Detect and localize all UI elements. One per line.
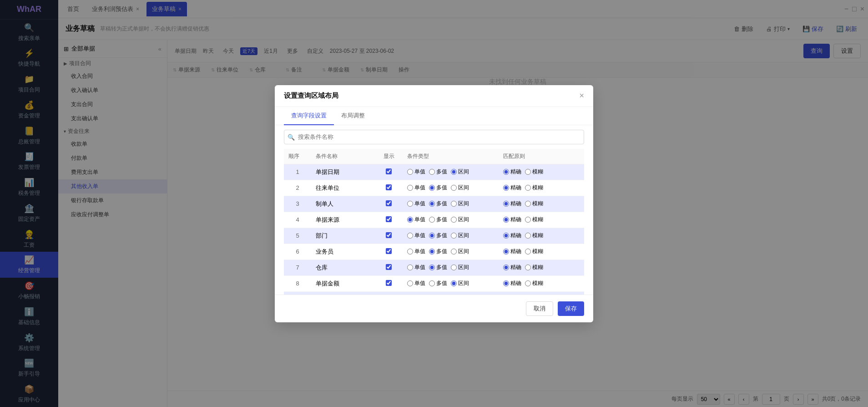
modal-save-button[interactable]: 保存 [558,301,584,316]
type-radio-item[interactable]: 单值 [407,280,425,287]
type-radio[interactable] [407,185,413,191]
type-radio-item[interactable]: 区间 [451,184,469,192]
type-radio-item[interactable]: 多值 [429,184,447,192]
row-display[interactable] [375,212,403,228]
display-checkbox[interactable] [386,216,392,222]
match-radio[interactable] [503,217,509,223]
match-radio-item[interactable]: 模糊 [525,216,543,224]
match-radio-item[interactable]: 精确 [503,216,521,224]
type-radio-item[interactable]: 区间 [451,216,469,224]
type-radio[interactable] [451,217,457,223]
type-radio-item[interactable]: 单值 [407,232,425,239]
modal-close-button[interactable]: × [579,92,584,100]
row-display[interactable] [375,244,403,259]
match-radio[interactable] [525,217,531,223]
display-checkbox[interactable] [386,264,392,270]
type-radio[interactable] [451,169,457,175]
type-radio-item[interactable]: 多值 [429,280,447,287]
match-radio[interactable] [525,233,531,239]
type-radio[interactable] [407,201,413,207]
match-radio-item[interactable]: 精确 [503,232,521,239]
match-radio-item[interactable]: 精确 [503,168,521,176]
type-radio[interactable] [407,233,413,239]
type-radio-item[interactable]: 单值 [407,168,425,176]
match-radio[interactable] [503,185,509,191]
match-radio[interactable] [503,169,509,175]
type-radio-item[interactable]: 区间 [451,280,469,287]
match-radio[interactable] [525,169,531,175]
type-radio-item[interactable]: 单值 [407,200,425,208]
modal-tab-layout-adjust[interactable]: 布局调整 [334,107,372,125]
match-radio[interactable] [503,201,509,207]
match-radio-item[interactable]: 模糊 [525,200,543,208]
match-radio-item[interactable]: 模糊 [525,264,543,271]
type-radio-item[interactable]: 单值 [407,184,425,192]
match-radio[interactable] [503,265,509,270]
match-radio-item[interactable]: 精确 [503,280,521,287]
type-radio-item[interactable]: 单值 [407,216,425,224]
match-radio[interactable] [503,249,509,254]
match-radio[interactable] [525,201,531,207]
type-radio-item[interactable]: 多值 [429,264,447,271]
type-radio-item[interactable]: 区间 [451,264,469,271]
display-checkbox[interactable] [386,248,392,254]
type-radio[interactable] [451,265,457,270]
type-radio[interactable] [451,185,457,191]
type-radio-item[interactable]: 多值 [429,248,447,255]
row-display[interactable] [375,196,403,212]
match-radio-item[interactable]: 模糊 [525,168,543,176]
type-radio-item[interactable]: 单值 [407,264,425,271]
type-radio[interactable] [451,249,457,254]
match-radio[interactable] [525,265,531,270]
display-checkbox[interactable] [386,184,392,190]
type-radio-item[interactable]: 多值 [429,232,447,239]
display-checkbox[interactable] [386,200,392,206]
type-radio[interactable] [451,233,457,239]
match-radio-item[interactable]: 精确 [503,264,521,271]
match-radio[interactable] [503,233,509,239]
match-radio-item[interactable]: 精确 [503,200,521,208]
row-display[interactable] [375,259,403,275]
type-radio[interactable] [407,280,413,286]
type-radio[interactable] [429,233,435,239]
row-display[interactable] [375,180,403,196]
row-display[interactable] [375,275,403,291]
type-radio[interactable] [429,249,435,254]
display-checkbox[interactable] [386,280,392,286]
type-radio[interactable] [407,249,413,254]
modal-tab-field-settings[interactable]: 查询字段设置 [284,107,334,125]
type-radio-item[interactable]: 多值 [429,216,447,224]
match-radio[interactable] [503,280,509,286]
type-radio[interactable] [429,280,435,286]
match-radio-item[interactable]: 精确 [503,184,521,192]
modal-cancel-button[interactable]: 取消 [526,301,553,316]
type-radio[interactable] [407,217,413,223]
match-radio[interactable] [525,280,531,286]
row-display[interactable] [375,228,403,244]
match-radio[interactable] [525,249,531,254]
type-radio[interactable] [429,265,435,270]
type-radio-item[interactable]: 单值 [407,248,425,255]
type-radio-item[interactable]: 多值 [429,168,447,176]
type-radio-item[interactable]: 区间 [451,168,469,176]
display-checkbox[interactable] [386,168,392,174]
match-radio[interactable] [525,185,531,191]
type-radio[interactable] [429,169,435,175]
modal-scroll-area[interactable]: 顺序 条件名称 显示 条件类型 匹配原则 1单据日期单值多值区间精确模糊2往来单… [284,149,584,295]
type-radio-item[interactable]: 区间 [451,248,469,255]
type-radio[interactable] [429,217,435,223]
match-radio-item[interactable]: 精确 [503,248,521,255]
type-radio[interactable] [429,201,435,207]
row-display[interactable] [375,164,403,180]
type-radio-item[interactable]: 区间 [451,232,469,239]
type-radio[interactable] [429,185,435,191]
match-radio-item[interactable]: 模糊 [525,232,543,239]
type-radio[interactable] [451,280,457,286]
match-radio-item[interactable]: 模糊 [525,280,543,287]
match-radio-item[interactable]: 模糊 [525,248,543,255]
type-radio[interactable] [407,265,413,270]
type-radio-item[interactable]: 多值 [429,200,447,208]
type-radio[interactable] [407,169,413,175]
type-radio-item[interactable]: 区间 [451,200,469,208]
display-checkbox[interactable] [386,232,392,238]
